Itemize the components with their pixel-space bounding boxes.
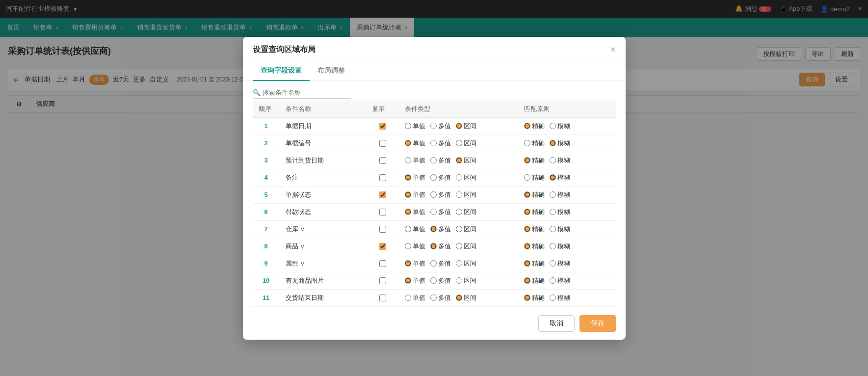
radio-input-match_fuzzy[interactable] [550,243,556,249]
radio-input-type_range[interactable] [456,157,462,163]
radio-input-match_fuzzy[interactable] [550,277,556,284]
radio-input-match_exact[interactable] [524,295,530,301]
show-checkbox-label[interactable] [372,209,393,215]
match-radio-match_exact[interactable]: 精确 [524,225,545,234]
type-radio-type_multi[interactable]: 多值 [430,294,451,302]
match-radio-match_fuzzy[interactable]: 模糊 [550,190,570,199]
type-radio-type_range[interactable]: 区间 [456,225,476,234]
radio-input-type_single[interactable] [405,140,411,146]
type-radio-type_multi[interactable]: 多值 [430,156,451,165]
match-radio-match_exact[interactable]: 精确 [524,190,545,199]
match-radio-match_exact[interactable]: 精确 [524,139,545,148]
match-radio-match_exact[interactable]: 精确 [524,122,545,131]
radio-input-type_single[interactable] [405,123,411,129]
radio-input-type_single[interactable] [405,174,411,181]
type-radio-type_multi[interactable]: 多值 [430,173,451,182]
show-checkbox-label[interactable] [372,226,393,233]
type-radio-type_range[interactable]: 区间 [456,276,476,285]
match-radio-match_fuzzy[interactable]: 模糊 [550,276,570,285]
type-radio-type_multi[interactable]: 多值 [430,225,451,234]
save-button[interactable]: 保存 [579,315,616,332]
radio-input-type_single[interactable] [405,226,411,232]
show-checkbox[interactable] [379,295,386,301]
radio-input-type_range[interactable] [456,174,462,181]
type-radio-type_multi[interactable]: 多值 [430,139,451,148]
row-show[interactable] [366,169,398,186]
type-radio-type_range[interactable]: 区间 [456,156,476,165]
type-radio-type_single[interactable]: 单值 [405,225,425,234]
row-show[interactable] [366,220,398,238]
tab-layout-adjustment[interactable]: 布局调整 [310,61,353,81]
radio-input-type_range[interactable] [456,191,462,198]
radio-input-type_single[interactable] [405,295,411,301]
search-input[interactable] [263,89,346,96]
type-radio-type_multi[interactable]: 多值 [430,190,451,199]
show-checkbox[interactable] [379,243,386,250]
match-radio-match_exact[interactable]: 精确 [524,173,545,182]
radio-input-type_multi[interactable] [430,174,437,181]
type-radio-type_single[interactable]: 单值 [405,276,425,285]
radio-input-match_exact[interactable] [524,174,530,181]
radio-input-type_range[interactable] [456,123,462,129]
radio-input-type_range[interactable] [456,209,462,215]
radio-input-match_fuzzy[interactable] [550,174,556,181]
type-radio-type_multi[interactable]: 多值 [430,122,451,131]
radio-input-match_exact[interactable] [524,226,530,232]
radio-input-type_multi[interactable] [430,277,437,284]
radio-input-match_exact[interactable] [524,191,530,198]
type-radio-type_multi[interactable]: 多值 [430,242,451,251]
type-radio-type_range[interactable]: 区间 [456,139,476,148]
radio-input-type_single[interactable] [405,157,411,163]
row-show[interactable] [366,203,398,220]
radio-input-match_exact[interactable] [524,243,530,249]
match-radio-match_exact[interactable]: 精确 [524,156,545,165]
show-checkbox[interactable] [379,209,386,215]
type-radio-type_multi[interactable]: 多值 [430,259,451,268]
show-checkbox-label[interactable] [372,140,393,147]
radio-input-type_multi[interactable] [430,243,437,249]
radio-input-type_multi[interactable] [430,157,437,163]
radio-input-type_multi[interactable] [430,140,437,146]
match-radio-match_exact[interactable]: 精确 [524,259,545,268]
row-show[interactable] [366,255,398,272]
show-checkbox[interactable] [379,140,386,147]
radio-input-type_single[interactable] [405,243,411,249]
type-radio-type_single[interactable]: 单值 [405,139,425,148]
match-radio-match_fuzzy[interactable]: 模糊 [550,139,570,148]
type-radio-type_range[interactable]: 区间 [456,242,476,251]
row-show[interactable] [366,238,398,255]
show-checkbox[interactable] [379,277,386,284]
type-radio-type_range[interactable]: 区间 [456,259,476,268]
type-radio-type_range[interactable]: 区间 [456,122,476,131]
radio-input-type_multi[interactable] [430,123,437,129]
type-radio-type_single[interactable]: 单值 [405,173,425,182]
type-radio-type_single[interactable]: 单值 [405,122,425,131]
type-radio-type_single[interactable]: 单值 [405,156,425,165]
show-checkbox-label[interactable] [372,174,393,181]
radio-input-match_exact[interactable] [524,277,530,284]
dialog-close-button[interactable]: × [610,45,616,55]
radio-input-type_range[interactable] [456,260,462,267]
show-checkbox[interactable] [379,123,386,130]
radio-input-type_single[interactable] [405,191,411,198]
type-radio-type_single[interactable]: 单值 [405,259,425,268]
radio-input-match_exact[interactable] [524,157,530,163]
type-radio-type_multi[interactable]: 多值 [430,276,451,285]
radio-input-type_multi[interactable] [430,209,437,215]
type-radio-type_multi[interactable]: 多值 [430,208,451,216]
type-radio-type_single[interactable]: 单值 [405,208,425,216]
show-checkbox[interactable] [379,260,386,267]
match-radio-match_fuzzy[interactable]: 模糊 [550,259,570,268]
show-checkbox-label[interactable] [372,191,393,198]
row-show[interactable] [366,272,398,289]
row-show[interactable] [366,117,398,134]
radio-input-type_range[interactable] [456,140,462,146]
radio-input-type_multi[interactable] [430,226,437,232]
type-radio-type_range[interactable]: 区间 [456,294,476,302]
radio-input-match_fuzzy[interactable] [550,209,556,215]
radio-input-type_single[interactable] [405,209,411,215]
match-radio-match_exact[interactable]: 精确 [524,276,545,285]
radio-input-match_exact[interactable] [524,209,530,215]
match-radio-match_fuzzy[interactable]: 模糊 [550,294,570,302]
radio-input-match_fuzzy[interactable] [550,226,556,232]
